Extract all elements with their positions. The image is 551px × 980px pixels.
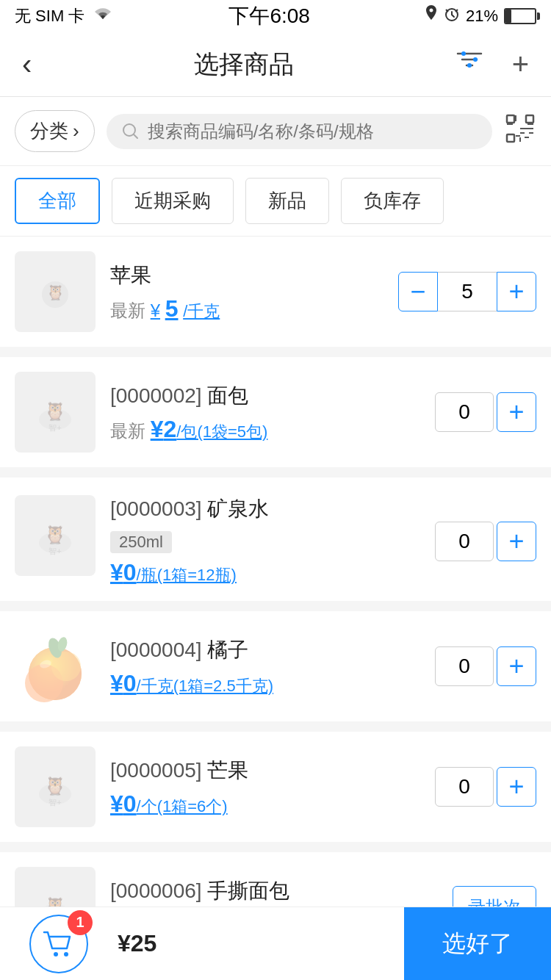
status-bar: 无 SIM 卡 下午6:08 21%	[0, 0, 551, 32]
alarm-icon	[444, 6, 460, 26]
cart-total: ¥25	[118, 930, 404, 957]
quantity-input-3[interactable]	[435, 646, 494, 686]
quantity-increase-4[interactable]: +	[497, 767, 536, 807]
category-label: 分类	[30, 118, 68, 144]
price-unit-3: /千克(1箱=2.5千克)	[137, 677, 273, 695]
price-currency-0: ¥	[151, 300, 160, 320]
nav-actions: +	[456, 48, 529, 81]
quantity-input-1[interactable]	[435, 392, 494, 432]
svg-text:智+: 智+	[48, 423, 61, 432]
product-image-3	[15, 626, 96, 707]
product-name-5: [0000006] 手撕面包	[110, 877, 438, 905]
svg-text:🦉: 🦉	[46, 284, 65, 301]
quantity-input-4[interactable]	[435, 767, 494, 807]
confirm-button[interactable]: 选好了	[404, 907, 551, 980]
battery-percent: 21%	[466, 7, 498, 26]
back-button[interactable]: ‹	[22, 48, 32, 81]
product-info-2: [0000003] 矿泉水 250ml ¥0/瓶(1箱=12瓶)	[110, 495, 420, 586]
svg-text:智+: 智+	[48, 798, 61, 807]
nav-bar: ‹ 选择商品 +	[0, 32, 551, 97]
product-name-3: [0000004] 橘子	[110, 636, 420, 664]
table-row: 🦉智+ [0000003] 矿泉水 250ml ¥0/瓶(1箱=12瓶) +	[0, 478, 551, 601]
price-value-1: 2	[163, 416, 176, 442]
price-currency-1: ¥	[151, 416, 164, 442]
svg-rect-5	[507, 115, 514, 123]
price-currency-4: ¥	[110, 790, 123, 817]
filter-icon[interactable]	[456, 49, 483, 80]
price-unit-4: /个(1箱=6个)	[137, 797, 228, 815]
search-icon	[121, 122, 140, 141]
category-arrow-icon: ›	[73, 120, 79, 143]
battery-icon	[504, 8, 536, 24]
product-image-1: 🦉智+	[15, 372, 96, 453]
product-image-2: 🦉智+	[15, 495, 96, 576]
product-info-3: [0000004] 橘子 ¥0/千克(1箱=2.5千克)	[110, 636, 420, 697]
quantity-increase-2[interactable]: +	[497, 522, 536, 561]
status-left: 无 SIM 卡	[15, 5, 114, 27]
product-tabs: 全部 近期采购 新品 负库存	[0, 166, 551, 237]
product-price-2: ¥0/瓶(1箱=12瓶)	[110, 559, 420, 586]
tab-new[interactable]: 新品	[245, 178, 329, 224]
price-currency-3: ¥	[110, 670, 123, 696]
tab-all[interactable]: 全部	[15, 178, 100, 224]
quantity-input-2[interactable]	[435, 522, 494, 561]
svg-text:🦉: 🦉	[44, 524, 66, 545]
table-row: [0000004] 橘子 ¥0/千克(1箱=2.5千克) +	[0, 611, 551, 721]
product-price-0: 最新 ¥ 5 /千克	[110, 295, 383, 323]
table-row: 🦉智+ [0000005] 芒果 ¥0/个(1箱=6个) +	[0, 732, 551, 842]
barcode-scan-icon	[504, 112, 536, 145]
product-image-4: 🦉智+	[15, 746, 96, 827]
status-right: 21%	[425, 5, 536, 27]
svg-point-1	[461, 51, 466, 56]
product-info-0: 苹果 最新 ¥ 5 /千克	[110, 262, 383, 323]
price-currency-2: ¥	[110, 559, 123, 586]
quantity-control-1: +	[435, 392, 536, 432]
price-value-0: 5	[165, 295, 179, 322]
price-unit-1: /包(1袋=5包)	[176, 422, 267, 441]
svg-point-3	[467, 63, 472, 68]
category-button[interactable]: 分类 ›	[15, 110, 95, 152]
orange-svg	[15, 626, 96, 707]
cart-badge: 1	[68, 910, 93, 935]
product-name-0: 苹果	[110, 262, 383, 289]
product-name-4: [0000005] 芒果	[110, 757, 420, 785]
price-label-0: 最新	[110, 300, 151, 320]
cart-icon	[43, 929, 75, 959]
svg-rect-6	[526, 115, 533, 123]
wifi-icon	[92, 6, 114, 26]
quantity-input-0[interactable]	[438, 272, 497, 311]
quantity-increase-1[interactable]: +	[497, 392, 536, 432]
product-info-1: [0000002] 面包 最新 ¥2/包(1袋=5包)	[110, 382, 420, 443]
table-row: 🦉 苹果 最新 ¥ 5 /千克 − +	[0, 237, 551, 347]
product-price-4: ¥0/个(1箱=6个)	[110, 790, 420, 818]
price-value-3: 0	[123, 670, 137, 696]
quantity-decrease-0[interactable]: −	[398, 272, 438, 311]
quantity-increase-0[interactable]: +	[497, 272, 536, 311]
search-input[interactable]	[148, 121, 478, 142]
tab-recent[interactable]: 近期采购	[112, 178, 234, 224]
product-name-2: [0000003] 矿泉水	[110, 495, 420, 523]
quantity-control-0: − +	[398, 272, 536, 311]
cart-icon-button[interactable]: 1	[29, 915, 88, 973]
cart-wrap: 1	[0, 915, 118, 973]
product-name-1: [0000002] 面包	[110, 382, 420, 410]
tab-negative-stock[interactable]: 负库存	[341, 178, 444, 224]
quantity-control-4: +	[435, 767, 536, 807]
price-value-2: 0	[123, 559, 137, 586]
product-list: 🦉 苹果 最新 ¥ 5 /千克 − + 🦉智+	[0, 237, 551, 980]
svg-point-41	[54, 952, 58, 956]
product-spec-2: 250ml	[110, 531, 172, 553]
page-title: 选择商品	[194, 48, 294, 82]
table-row: 🦉智+ [0000002] 面包 最新 ¥2/包(1袋=5包) +	[0, 357, 551, 467]
product-info-4: [0000005] 芒果 ¥0/个(1箱=6个)	[110, 757, 420, 818]
quantity-increase-3[interactable]: +	[497, 646, 536, 686]
scan-icon[interactable]	[504, 112, 536, 150]
product-id-1: [0000002]	[110, 384, 207, 407]
product-price-3: ¥0/千克(1箱=2.5千克)	[110, 670, 420, 697]
search-wrap	[107, 114, 492, 149]
price-unit-0: /千克	[183, 302, 220, 320]
add-icon[interactable]: +	[512, 48, 529, 81]
price-unit-2: /瓶(1箱=12瓶)	[137, 566, 237, 584]
svg-point-2	[473, 57, 478, 62]
location-icon	[425, 5, 438, 27]
